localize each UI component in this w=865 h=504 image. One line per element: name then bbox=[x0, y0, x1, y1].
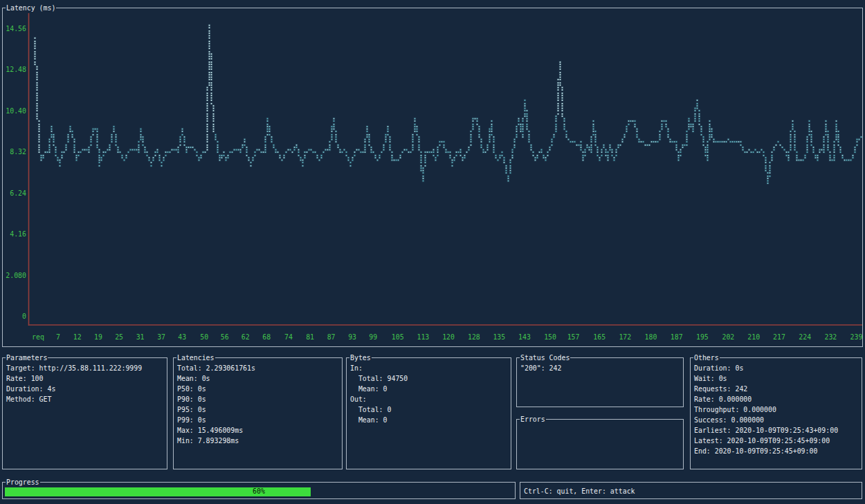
y-tick-label: 14.56 bbox=[0, 24, 26, 34]
latencies-panel: Latencies Total: 2.293061761s Mean: 0s P… bbox=[173, 357, 343, 469]
keybinds-panel: Ctrl-C: quit, Enter: attack bbox=[520, 482, 862, 499]
parameters-panel: Parameters Target: http://35.88.111.222:… bbox=[2, 357, 167, 469]
bytes-out-total: Total: 0 bbox=[350, 404, 391, 415]
y-tick-label: 8.32 bbox=[0, 147, 26, 157]
others-earliest: Earliest: 2020-10-09T09:25:43+09:00 bbox=[694, 425, 838, 436]
others-latest: Latest: 2020-10-09T09:25:45+09:00 bbox=[694, 436, 830, 446]
latencies-mean: Mean: 0s bbox=[177, 373, 210, 384]
others-title: Others bbox=[693, 353, 720, 363]
latency-series-dot-halo bbox=[34, 24, 863, 185]
bytes-in-mean: Mean: 0 bbox=[350, 384, 388, 394]
latency-series-dots-spike bbox=[35, 25, 563, 153]
y-tick-label: 0 bbox=[0, 311, 26, 321]
others-rate: Rate: 0.000000 bbox=[694, 394, 752, 404]
parameters-method: Method: GET bbox=[6, 394, 51, 404]
parameters-duration: Duration: 4s bbox=[6, 384, 55, 394]
status-codes-title: Status Codes bbox=[520, 353, 570, 363]
others-requests: Requests: 242 bbox=[694, 384, 747, 394]
bytes-out-mean: Mean: 0 bbox=[350, 415, 388, 425]
others-duration: Duration: 0s bbox=[694, 363, 743, 373]
y-tick-label: 4.16 bbox=[0, 229, 26, 239]
others-wait: Wait: 0s bbox=[694, 373, 727, 384]
bytes-out-header: Out: bbox=[350, 394, 367, 404]
latencies-title: Latencies bbox=[176, 353, 215, 363]
latencies-p50: P50: 0s bbox=[177, 384, 206, 394]
latency-series-dots bbox=[41, 103, 862, 184]
status-code-200: "200": 242 bbox=[520, 363, 561, 373]
y-tick-label: 2.080 bbox=[0, 270, 26, 281]
latencies-p99: P99: 0s bbox=[177, 415, 206, 425]
progress-panel: Progress 60% bbox=[2, 482, 516, 499]
others-success: Success: 0.000000 bbox=[694, 415, 764, 425]
y-tick-label: 6.24 bbox=[0, 188, 26, 198]
bytes-title: Bytes bbox=[349, 353, 372, 363]
status-codes-panel: Status Codes "200": 242 bbox=[516, 357, 684, 407]
y-tick-label: 12.48 bbox=[0, 64, 26, 75]
latencies-total: Total: 2.293061761s bbox=[177, 363, 255, 373]
ali-terminal-app[interactable]: { "chart_data": { "type": "line", "title… bbox=[0, 0, 865, 504]
x-tick-label: 239 bbox=[836, 332, 865, 342]
latencies-max: Max: 15.496009ms bbox=[177, 425, 243, 436]
others-throughput: Throughput: 0.000000 bbox=[694, 404, 776, 415]
parameters-title: Parameters bbox=[6, 353, 48, 363]
latencies-min: Min: 7.893298ms bbox=[177, 436, 239, 446]
bytes-in-total: Total: 94750 bbox=[350, 373, 408, 384]
y-tick-label: 10.40 bbox=[0, 106, 26, 116]
errors-panel: Errors bbox=[516, 419, 684, 469]
progress-percent-label: 60% bbox=[3, 486, 515, 496]
parameters-target: Target: http://35.88.111.222:9999 bbox=[6, 363, 142, 373]
others-panel: Others Duration: 0s Wait: 0s Requests: 2… bbox=[690, 357, 862, 469]
keybinds-text: Ctrl-C: quit, Enter: attack bbox=[524, 486, 635, 496]
others-end: End: 2020-10-09T09:25:45+09:00 bbox=[694, 446, 817, 456]
latency-series-dots-bright bbox=[41, 100, 856, 179]
parameters-rate: Rate: 100 bbox=[6, 373, 44, 384]
bytes-in-header: In: bbox=[350, 363, 363, 373]
latencies-p90: P90: 0s bbox=[177, 394, 206, 404]
errors-title: Errors bbox=[520, 414, 546, 424]
bytes-panel: Bytes In: Total: 94750 Mean: 0 Out: Tota… bbox=[346, 357, 511, 469]
latencies-p95: P95: 0s bbox=[177, 404, 206, 415]
